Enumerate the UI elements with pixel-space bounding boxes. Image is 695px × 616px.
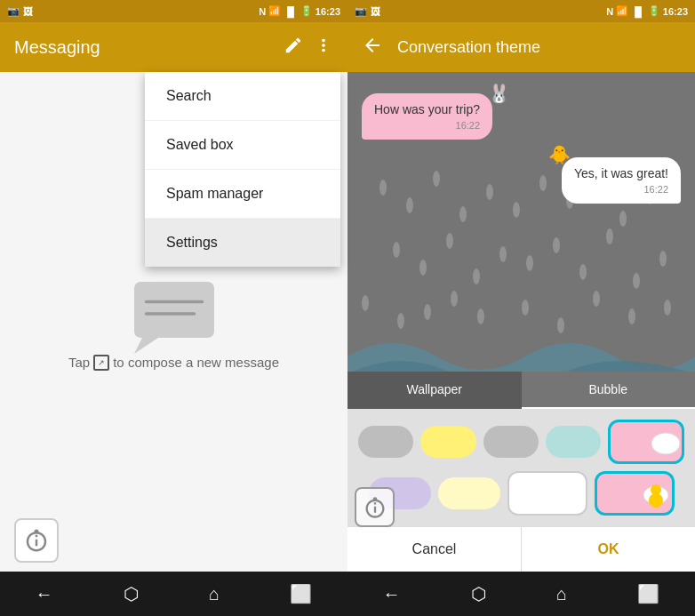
signal-icon: ▐▌	[284, 6, 298, 17]
time-display: 16:23	[316, 6, 340, 17]
svg-point-27	[659, 251, 667, 267]
svg-point-19	[446, 233, 453, 249]
message-icon	[121, 274, 228, 354]
bubble-option-cream[interactable]	[438, 477, 500, 509]
chat-bubble-right-time: 16:22	[574, 184, 668, 195]
menu-item-settings[interactable]: Settings	[145, 219, 340, 267]
bubble-options-row-2	[358, 471, 684, 516]
chat-bubble-right: Yes, it was great! 16:22	[562, 157, 681, 204]
svg-point-28	[362, 295, 369, 311]
recent-nav-icon[interactable]: ⌂	[209, 584, 220, 604]
tab-wallpaper[interactable]: Wallpaper	[348, 372, 522, 409]
app-title: Messaging	[14, 37, 100, 58]
svg-point-24	[579, 264, 587, 280]
status-bar-right-left-icons: 📷 🖼	[355, 5, 380, 17]
svg-point-5	[379, 180, 387, 196]
signal-icon-r: ▐▌	[631, 6, 645, 17]
chat-bubble-right-text: Yes, it was great!	[574, 166, 668, 180]
accessibility-button[interactable]	[14, 518, 59, 563]
svg-point-14	[619, 211, 627, 227]
wifi-icon-r: 📶	[616, 5, 628, 17]
svg-point-9	[486, 184, 493, 200]
svg-marker-1	[134, 338, 158, 354]
bubble-option-selected-2[interactable]	[595, 471, 675, 516]
wifi-icon: 📶	[268, 5, 281, 17]
svg-point-34	[557, 317, 564, 333]
battery-icon: 🔋	[300, 5, 313, 17]
bubble-option-selected[interactable]	[608, 420, 684, 464]
compose-button[interactable]	[284, 36, 303, 60]
back-nav-icon-r[interactable]: ←	[383, 584, 401, 604]
status-bar-right: 📷 🖼 N 📶 ▐▌ 🔋 16:23	[348, 0, 695, 22]
app-bar-actions	[284, 36, 333, 60]
recent-nav-icon-r[interactable]: ⌂	[556, 584, 567, 604]
menu-item-spam-manager[interactable]: Spam manager	[145, 170, 340, 219]
svg-point-36	[628, 308, 635, 324]
home-nav-icon[interactable]: ⬡	[124, 583, 139, 604]
app-bar: Messaging	[0, 22, 348, 72]
compose-text-end: to compose a new message	[113, 355, 279, 370]
battery-icon-r: 🔋	[648, 5, 660, 17]
bubble-options	[348, 409, 695, 526]
image-icon: 🖼	[23, 6, 33, 17]
bottom-action-bar: Cancel OK	[348, 526, 695, 572]
dropdown-menu: Search Saved box Spam manager Settings	[145, 72, 340, 267]
right-app-title: Conversation theme	[397, 38, 540, 57]
compose-inline-icon	[93, 355, 109, 371]
image-icon-r: 🖼	[371, 6, 380, 17]
svg-point-42	[603, 483, 649, 511]
bubble-option-gray-1[interactable]	[358, 426, 413, 458]
nfc-icon: N	[259, 6, 266, 17]
menu-item-search[interactable]: Search	[145, 72, 340, 121]
status-bar-left-icons: 📷 🖼	[7, 5, 33, 17]
svg-point-31	[451, 291, 458, 307]
status-bar-right-icons: N 📶 ▐▌ 🔋 16:23	[259, 5, 340, 17]
right-app-bar: Conversation theme	[348, 22, 695, 72]
svg-point-8	[459, 206, 467, 222]
ok-button[interactable]: OK	[521, 527, 695, 572]
nfc-icon-r: N	[606, 6, 613, 17]
bubble-option-outline[interactable]	[507, 471, 587, 516]
svg-point-44	[613, 476, 620, 490]
svg-point-21	[499, 246, 507, 262]
bubble-option-yellow[interactable]	[420, 426, 475, 458]
back-button[interactable]	[362, 35, 383, 60]
chat-bubble-left-time: 16:22	[374, 120, 480, 131]
svg-point-45	[621, 475, 627, 487]
home-nav-icon-r[interactable]: ⬡	[471, 583, 486, 604]
nav-bar-left: ← ⬡ ⌂ ⬜	[0, 572, 348, 616]
chat-area: How was your trip? 16:22 🐰 Yes, it was g…	[348, 72, 695, 372]
more-options-button[interactable]	[314, 36, 333, 60]
svg-point-10	[513, 202, 520, 218]
svg-point-17	[393, 242, 400, 258]
cancel-button[interactable]: Cancel	[348, 527, 521, 572]
compose-text-start: Tap	[68, 355, 90, 370]
svg-point-26	[633, 273, 640, 289]
bubble-option-mint[interactable]	[546, 426, 601, 458]
svg-point-20	[473, 268, 480, 284]
bunny-sticker-left: 🐰	[488, 83, 510, 104]
right-screen: 📷 🖼 N 📶 ▐▌ 🔋 16:23 Conversation theme	[348, 0, 695, 616]
back-nav-icon[interactable]: ←	[36, 584, 53, 604]
svg-point-37	[664, 300, 671, 316]
svg-point-6	[406, 197, 413, 213]
accessibility-button-right[interactable]	[355, 487, 395, 527]
nav-bar-right: ← ⬡ ⌂ ⬜	[348, 572, 695, 616]
svg-point-11	[539, 175, 547, 191]
tab-bubble[interactable]: Bubble	[522, 372, 696, 409]
svg-rect-0	[134, 282, 214, 338]
svg-point-47	[649, 493, 663, 508]
bubble-option-gray-2[interactable]	[483, 426, 539, 458]
left-screen: 📷 🖼 N 📶 ▐▌ 🔋 16:23 Messaging	[0, 0, 348, 616]
svg-point-30	[424, 304, 431, 320]
svg-point-35	[593, 291, 600, 307]
camera-icon-r: 📷	[355, 5, 367, 17]
svg-point-32	[477, 308, 484, 324]
chat-bubble-left: How was your trip? 16:22	[362, 93, 492, 140]
svg-point-39	[651, 433, 680, 454]
status-bar-right-right-icons: N 📶 ▐▌ 🔋 16:23	[606, 5, 688, 17]
menu-nav-icon-r[interactable]: ⬜	[637, 583, 659, 604]
menu-item-saved-box[interactable]: Saved box	[145, 121, 340, 170]
menu-nav-icon[interactable]: ⬜	[290, 583, 312, 604]
camera-icon: 📷	[7, 5, 20, 17]
